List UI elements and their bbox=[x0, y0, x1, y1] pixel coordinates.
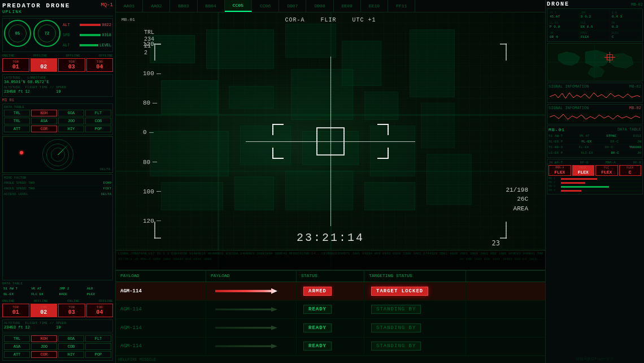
tor-box-b2[interactable]: TOR 02 bbox=[31, 304, 58, 317]
tab-aa02[interactable]: AA02 bbox=[143, 0, 170, 12]
data-bars: ALT 0022 SPD 0318 ALT LEVEL bbox=[63, 20, 111, 50]
tab-dd07[interactable]: DD07 bbox=[279, 0, 306, 12]
r-tor-1[interactable]: MMA-4 FLEX bbox=[549, 165, 571, 176]
wh-targeting: TARGETING STATUS bbox=[364, 271, 466, 282]
lng-label: LONGITUDE bbox=[28, 76, 49, 80]
main-container: PREDATOR DRONE UPLINK MQ-1 85 72 ALT 002… bbox=[0, 0, 644, 363]
tab-bb04[interactable]: BB04 bbox=[198, 0, 225, 12]
signal-section-1: SIGNAL INFOMATION MB-02 bbox=[547, 83, 643, 103]
rdb-row-3: MN 3 bbox=[549, 185, 641, 188]
r-tor-2[interactable]: PACE FLEX bbox=[572, 165, 595, 176]
tor-box-1[interactable]: TOR 01 bbox=[2, 58, 29, 72]
rdt-k11: SLI-EX bbox=[581, 151, 593, 155]
rdt-1: 51 AW-T VK AT STPNC 0312 bbox=[549, 133, 641, 139]
ddg-6: DK0.3 bbox=[611, 20, 641, 30]
signal-wave-1 bbox=[549, 90, 641, 101]
tab-aa01[interactable]: AA01 bbox=[116, 0, 143, 12]
tor-box-3[interactable]: TOR 03 bbox=[58, 58, 85, 72]
weapon-grid-3: ATT COR HIY POP bbox=[4, 126, 111, 132]
tab-dd08[interactable]: DD08 bbox=[306, 0, 333, 12]
flight-row: ALTITUDE 23458 ft FLIGHT TIME // 12 SPEE… bbox=[4, 85, 111, 94]
missile-4-visual bbox=[211, 339, 282, 354]
mq-label: MQ-1 bbox=[101, 2, 113, 8]
bwc-flt: FLT bbox=[85, 335, 111, 342]
wr1-name: AGM-114 bbox=[116, 282, 206, 300]
dt-c3: JMP 2 bbox=[58, 286, 85, 291]
ready-button-4[interactable]: READY bbox=[303, 342, 332, 351]
bottom-weapon-table: TRL KOH GOA FLT ASA JOO COB ATT COR HIY … bbox=[2, 334, 113, 361]
rdt-k7: TC-08-0 bbox=[549, 145, 563, 149]
tor-box-2[interactable]: TOR 02 bbox=[31, 58, 58, 72]
r-online-2: 0F-8 bbox=[580, 161, 588, 165]
ft-label: FLIGHT TIME // bbox=[25, 85, 54, 89]
tab-cc06[interactable]: CC06 bbox=[252, 0, 279, 12]
ddg-5: FLCEX 0.5 bbox=[580, 20, 610, 30]
app-subtitle: UPLINK bbox=[2, 9, 70, 14]
tor-1-value: 01 bbox=[5, 64, 27, 70]
bar-row-2: SPD 0318 bbox=[63, 33, 111, 37]
gauge-2: 72 bbox=[33, 20, 60, 47]
rdt-v1: STPNC bbox=[606, 134, 616, 138]
spd-value-2: 19 bbox=[56, 325, 66, 330]
tab-ee09[interactable]: EE09 bbox=[334, 0, 361, 12]
bottom-wg-2: ASA JOO COB bbox=[4, 343, 111, 350]
standby-button-2[interactable]: STANDING BY bbox=[371, 305, 421, 314]
offline-label-2: OFFLINE bbox=[66, 54, 80, 58]
bottom-wg-1: TRL KOH GOA FLT bbox=[4, 335, 111, 342]
tor-b4-label: TOR bbox=[89, 305, 111, 309]
tor-b3-value: 03 bbox=[60, 309, 83, 316]
hellfire-label: HELLFIRE MISSILE bbox=[116, 356, 545, 363]
tor-box-b1[interactable]: TOR 01 bbox=[2, 304, 29, 317]
wr1-status-cell: ARMED bbox=[297, 282, 364, 300]
rdt-k2: VK AT bbox=[580, 134, 590, 138]
right-tor-row: MMA-4 FLEX PACE FLEX FLC FLEX FLEX C bbox=[549, 165, 641, 176]
bwc-goa: GOA bbox=[58, 335, 84, 342]
weapon-data-table: DATA TABLE TRL KOH GOA FLT TRL ASA JOO C… bbox=[2, 103, 113, 135]
ready-button-3[interactable]: READY bbox=[303, 323, 332, 332]
right-online-labels: JH W4-T 0F-8 MNA-A 0F-8 bbox=[549, 161, 641, 165]
standby-button-3[interactable]: STANDING BY bbox=[371, 323, 421, 332]
mi-label: MI 01 bbox=[2, 98, 113, 102]
rdb-lbl-3: MN 3 bbox=[549, 185, 560, 188]
ready-button-2[interactable]: READY bbox=[303, 305, 332, 314]
ft-value: 12 bbox=[25, 89, 54, 94]
rdb-bar-4 bbox=[561, 190, 641, 192]
target-locked-button[interactable]: TARGET LOCKED bbox=[371, 287, 428, 296]
bwc-trl: TRL bbox=[4, 335, 30, 342]
ddg-9: FLEXC bbox=[611, 31, 641, 40]
bar-row-1: ALT 0022 bbox=[63, 23, 111, 27]
tor-box-b4[interactable]: TOR 04 bbox=[86, 304, 114, 317]
ddg-l2: JMP bbox=[581, 11, 609, 15]
offline-label-5: OFFLINE bbox=[99, 299, 113, 303]
tab-ee10[interactable]: EE10 bbox=[361, 0, 388, 12]
dt-c8: PLEX bbox=[86, 292, 113, 297]
armed-button[interactable]: ARMED bbox=[303, 287, 332, 296]
tab-cc05[interactable]: CC05 bbox=[225, 0, 252, 12]
r-tor-3[interactable]: FLC FLEX bbox=[595, 165, 618, 176]
standby-button-4[interactable]: STANDING BY bbox=[371, 342, 421, 351]
tab-ff11[interactable]: FF11 bbox=[388, 0, 415, 12]
wr3-status-cell: READY bbox=[297, 319, 364, 337]
r-tor-3-val: FLEX bbox=[597, 170, 616, 175]
tor-box-b3[interactable]: TOR 03 bbox=[58, 304, 85, 317]
spd-label: SPEED bbox=[56, 85, 66, 89]
tor-box-4[interactable]: TOR 04 bbox=[86, 58, 114, 72]
app-title: PREDATOR DRONE bbox=[2, 2, 70, 9]
tor-2-label: TOR bbox=[33, 60, 55, 64]
lat-label: LATITUDE bbox=[4, 76, 25, 80]
missile-1-shape bbox=[215, 288, 277, 294]
sig-2-mb: MB-02 bbox=[629, 106, 641, 110]
wc-hiy: HIY bbox=[58, 126, 84, 132]
rdt-k5: DX-C bbox=[610, 140, 618, 144]
ddg-l5: FLC bbox=[581, 21, 609, 25]
wc-cor: COR bbox=[31, 126, 57, 132]
tab-bb03[interactable]: BB03 bbox=[170, 0, 197, 12]
r-tor-4[interactable]: FLEX C bbox=[619, 165, 642, 176]
alt-label: ALTITUDE bbox=[4, 85, 23, 89]
misc-k1: ANGLE SPEED THO bbox=[4, 181, 34, 185]
wr3-name: AGM-114 bbox=[116, 319, 206, 337]
center-panel: AA01 AA02 BB03 BB04 CC05 CC06 DD07 DD08 … bbox=[116, 0, 545, 363]
ddg-8: PACEFLEX bbox=[580, 31, 610, 40]
rdb-bar-2 bbox=[561, 182, 641, 184]
panel-header: PREDATOR DRONE UPLINK MQ-1 bbox=[2, 2, 113, 16]
